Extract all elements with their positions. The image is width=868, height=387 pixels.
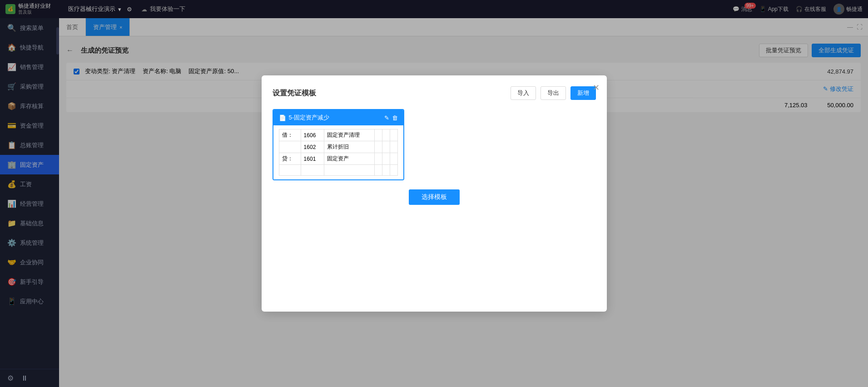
entry-code [301,165,324,176]
modal-close-button[interactable]: ✕ [593,83,600,93]
template-entries-table: 借： 1606 固定资产清理 160 [279,129,398,176]
entry-code: 1606 [301,129,324,141]
entry-col3 [390,141,397,153]
entry-col2 [382,153,390,165]
entry-col2 [382,129,390,141]
entry-name: 固定资产清理 [324,129,375,141]
new-template-button[interactable]: 新增 [570,86,596,100]
entry-col2 [382,165,390,176]
entry-type [279,165,301,176]
table-row: 1602 累计折旧 [279,141,397,153]
select-template-button[interactable]: 选择模板 [409,189,460,205]
template-card: 📄 5-固定资产减少 ✎ 🗑 [273,109,404,180]
table-row [279,165,397,176]
entry-col1 [374,165,382,176]
entry-type: 贷： [279,153,301,165]
entry-type [279,141,301,153]
entry-col3 [390,129,397,141]
template-card-body: 借： 1606 固定资产清理 160 [273,125,403,179]
template-doc-icon: 📄 [279,114,286,121]
export-button[interactable]: 导出 [541,86,566,100]
modal-header: 设置凭证模板 导入 导出 新增 [273,86,596,100]
template-id-name: 5-固定资产减少 [289,114,330,122]
template-edit-icon[interactable]: ✎ [384,114,389,121]
entry-col1 [374,141,382,153]
entry-name: 固定资产 [324,153,375,165]
entry-col3 [390,165,397,176]
import-button[interactable]: 导入 [511,86,536,100]
table-row: 贷： 1601 固定资产 [279,153,397,165]
table-row: 借： 1606 固定资产清理 [279,129,397,141]
modal-title: 设置凭证模板 [273,89,316,98]
entry-col1 [374,153,382,165]
template-header-icons: ✎ 🗑 [384,114,398,121]
entry-code: 1602 [301,141,324,153]
entry-name: 累计折旧 [324,141,375,153]
entry-code: 1601 [301,153,324,165]
entry-col1 [374,129,382,141]
template-delete-icon[interactable]: 🗑 [392,114,398,121]
template-card-header: 📄 5-固定资产减少 ✎ 🗑 [273,110,403,125]
entry-col3 [390,153,397,165]
entry-type: 借： [279,129,301,141]
entry-col2 [382,141,390,153]
page-content: ← 生成的凭证预览 批量凭证预览 全部生成凭证 变动类型: 资产清理 资产名称:… [59,36,868,387]
modal-overlay: 设置凭证模板 导入 导出 新增 ✕ 📄 5-固定资产减 [59,36,868,387]
entry-name [324,165,375,176]
modal-dialog: 设置凭证模板 导入 导出 新增 ✕ 📄 5-固定资产减 [262,75,607,312]
content-area: 首页 资产管理 × — ⛶ ← 生成的凭证预览 批量凭证预览 全部生成凭 [59,18,868,387]
modal-action-buttons: 导入 导出 新增 [511,86,596,100]
